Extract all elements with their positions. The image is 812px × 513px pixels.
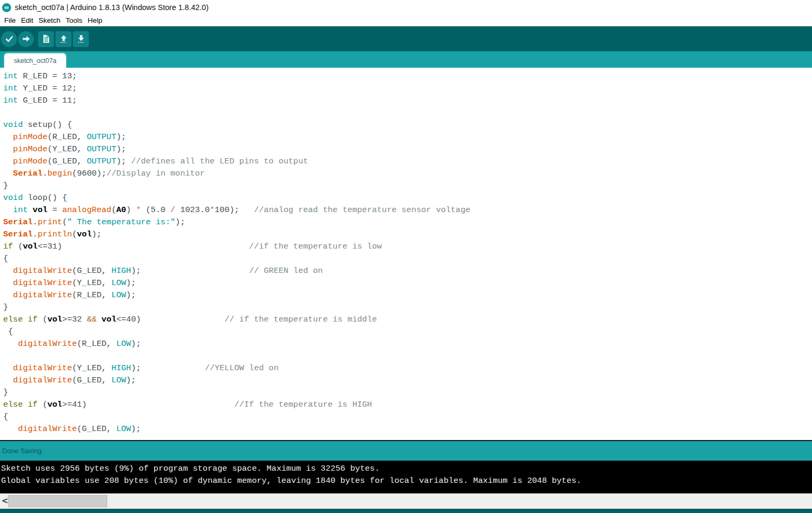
code-line: digitalWrite(G_LED, LOW); <box>3 374 812 387</box>
code-line: { <box>3 326 812 338</box>
code-line: pinMode(R_LED, OUTPUT); <box>3 131 812 143</box>
code-line: Serial.println(vol); <box>3 228 812 241</box>
code-line <box>3 107 812 119</box>
toolbar <box>0 26 812 51</box>
code-line: Serial.print(" The temperature is:"); <box>3 216 812 228</box>
console-line: Sketch uses 2956 bytes (9%) of program s… <box>1 463 812 475</box>
code-line: { <box>3 411 812 423</box>
menu-item-sketch[interactable]: Sketch <box>36 16 63 24</box>
open-button[interactable] <box>56 31 71 47</box>
console-output: Sketch uses 2956 bytes (9%) of program s… <box>0 461 812 493</box>
code-line: digitalWrite(G_LED, LOW); <box>3 423 812 435</box>
code-line: int G_LED = 11; <box>3 95 812 107</box>
check-icon <box>4 34 14 44</box>
menu-bar: FileEditSketchToolsHelp <box>0 15 812 26</box>
code-line: void loop() { <box>3 192 812 204</box>
title-bar: ∞ sketch_oct07a | Arduino 1.8.13 (Window… <box>0 0 812 15</box>
menu-item-tools[interactable]: Tools <box>63 16 85 24</box>
horizontal-scrollbar: < <box>0 493 812 509</box>
arduino-infinity-icon: ∞ <box>2 3 11 12</box>
window-title: sketch_oct07a | Arduino 1.8.13 (Windows … <box>15 3 208 12</box>
menu-item-file[interactable]: File <box>2 16 19 24</box>
upload-button[interactable] <box>18 31 34 47</box>
status-bar: Done Saving. <box>0 440 812 461</box>
arrow-down-icon <box>76 34 86 44</box>
code-line: Serial.begin(9600);//Display in monitor <box>3 168 812 180</box>
scrollbar-thumb[interactable] <box>8 495 107 507</box>
code-line: digitalWrite(G_LED, HIGH); // GREEN led … <box>3 265 812 277</box>
code-line: digitalWrite(R_LED, LOW); <box>3 338 812 350</box>
arrow-right-icon <box>21 34 31 44</box>
menu-item-help[interactable]: Help <box>85 16 105 24</box>
verify-button[interactable] <box>1 31 17 47</box>
code-line <box>3 350 812 362</box>
tab-sketch-oct07a[interactable]: sketch_oct07a <box>4 53 66 68</box>
code-editor[interactable]: int R_LED = 13;int Y_LED = 12;int G_LED … <box>0 68 812 440</box>
code-line: pinMode(Y_LED, OUTPUT); <box>3 143 812 155</box>
document-icon <box>41 34 51 44</box>
code-line: } <box>3 387 812 399</box>
arrow-up-icon <box>59 34 69 44</box>
tab-bar: sketch_oct07a <box>0 51 812 68</box>
code-line: digitalWrite(R_LED, LOW); <box>3 289 812 301</box>
code-line: else if (vol>=32 && vol<=40) // if the t… <box>3 314 812 326</box>
code-line: } <box>3 180 812 192</box>
window-footer-strip <box>0 509 812 513</box>
console-line: Global variables use 208 bytes (10%) of … <box>1 475 812 487</box>
code-line: else if (vol>=41) //If the temperature i… <box>3 399 812 411</box>
save-button[interactable] <box>73 31 89 47</box>
new-sketch-button[interactable] <box>38 31 54 47</box>
code-line: int Y_LED = 12; <box>3 83 812 95</box>
code-line: { <box>3 253 812 265</box>
code-line: pinMode(G_LED, OUTPUT); //defines all th… <box>3 155 812 168</box>
scroll-left-icon[interactable]: < <box>0 497 7 505</box>
code-line: void setup() { <box>3 119 812 131</box>
code-line: digitalWrite(Y_LED, HIGH); //YELLOW led … <box>3 362 812 374</box>
code-line: } <box>3 301 812 314</box>
status-message: Done Saving. <box>2 447 43 455</box>
menu-item-edit[interactable]: Edit <box>19 16 36 24</box>
code-line: int vol = analogRead(A0) * (5.0 / 1023.0… <box>3 204 812 216</box>
code-line: int R_LED = 13; <box>3 70 812 83</box>
code-line: if (vol<=31) //if the temperature is low <box>3 241 812 253</box>
tab-label: sketch_oct07a <box>14 57 57 65</box>
code-line: digitalWrite(Y_LED, LOW); <box>3 277 812 289</box>
